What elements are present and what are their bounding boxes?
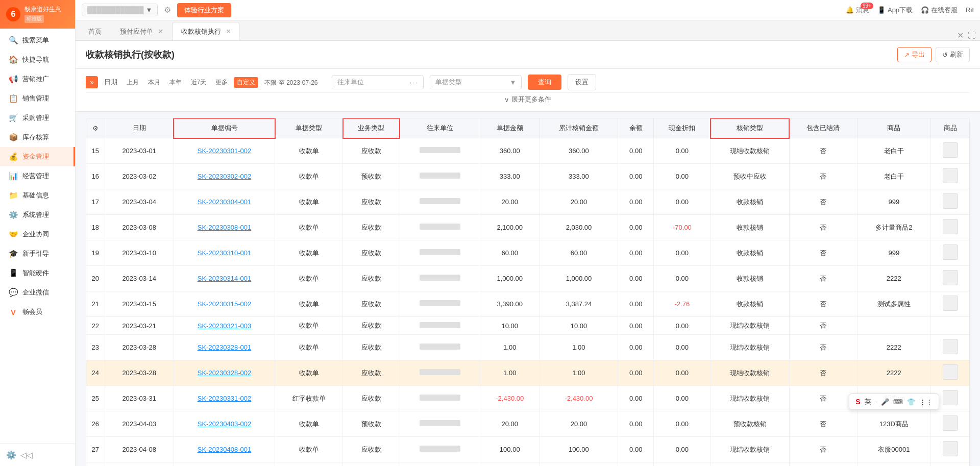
account-selector[interactable]: ████████████ ▼ <box>82 4 158 16</box>
table-row[interactable]: 21 2023-03-15 SK-20230315-002 收款单 应收款 3,… <box>86 291 969 317</box>
table-row[interactable]: 18 2023-03-08 SK-20230308-001 收款单 应收款 2,… <box>86 215 969 240</box>
doc-no-link[interactable]: SK-20230304-001 <box>198 198 252 206</box>
doc-no-link[interactable]: SK-20230301-002 <box>198 147 252 155</box>
date-opt-last-month[interactable]: 上月 <box>124 77 142 88</box>
sidebar-item-sales[interactable]: 📋 销售管理 <box>0 89 75 108</box>
table-row[interactable]: 23 2023-03-28 SK-20230328-001 收款单 应收款 1.… <box>86 335 969 360</box>
tab-prepay[interactable]: 预付应付单 ✕ <box>111 22 172 40</box>
date-opt-this-month[interactable]: 本月 <box>145 77 163 88</box>
table-row[interactable]: 16 2023-03-02 SK-20230302-002 收款单 预收款 33… <box>86 164 969 189</box>
solution-btn[interactable]: 体验行业方案 <box>177 3 231 17</box>
user-menu[interactable]: Rit <box>966 6 974 14</box>
doc-no-link[interactable]: SK-20230331-002 <box>198 395 252 402</box>
doc-no-link[interactable]: SK-20230310-001 <box>198 249 252 257</box>
table-row[interactable]: 28 2023-04-18 SK-20230418-001 收款单 应收款 10… <box>86 462 969 467</box>
doc-no-link[interactable]: SK-20230328-002 <box>198 369 252 377</box>
sidebar-item-basic[interactable]: 📁 基础信息 <box>0 186 75 205</box>
sidebar-item-hardware[interactable]: 📱 智能硬件 <box>0 263 75 283</box>
sidebar-item-guide[interactable]: 🎓 新手引导 <box>0 244 75 263</box>
cell-doc-no[interactable]: SK-20230328-001 <box>174 335 275 360</box>
refresh-button[interactable]: ↺ 刷新 <box>936 47 970 62</box>
table-row[interactable]: 19 2023-03-10 SK-20230310-001 收款单 应收款 60… <box>86 240 969 266</box>
date-opt-this-year[interactable]: 本年 <box>166 77 185 88</box>
collapse-icon[interactable]: ◁◁ <box>20 450 33 460</box>
cell-doc-no[interactable]: SK-20230418-001 <box>174 462 275 467</box>
table-row[interactable]: 20 2023-03-14 SK-20230314-001 收款单 应收款 1,… <box>86 266 969 291</box>
table-row[interactable]: 27 2023-04-08 SK-20230408-001 收款单 应收款 10… <box>86 437 969 462</box>
ime-keyboard-icon[interactable]: ⌨ <box>893 398 903 406</box>
cell-biz-type: 应收款 <box>343 266 400 291</box>
cell-doc-no[interactable]: SK-20230308-001 <box>174 215 275 240</box>
tab-prepay-close[interactable]: ✕ <box>158 28 163 35</box>
cell-doc-no[interactable]: SK-20230328-002 <box>174 360 275 386</box>
settings-button[interactable]: 设置 <box>568 74 596 90</box>
doc-no-link[interactable]: SK-20230403-002 <box>198 420 252 428</box>
sidebar-item-wechat[interactable]: 💬 企业微信 <box>0 283 75 302</box>
partner-filter[interactable]: 往来单位 ··· <box>332 75 424 89</box>
date-opt-more[interactable]: 更多 <box>212 77 231 88</box>
ime-more-icon[interactable]: ⋮⋮ <box>919 398 933 406</box>
tab-receivable-close[interactable]: ✕ <box>226 28 231 35</box>
doc-no-link[interactable]: SK-20230302-002 <box>198 173 252 180</box>
cell-included: 否 <box>789 138 857 164</box>
doc-no-link[interactable]: SK-20230321-003 <box>198 322 252 330</box>
table-row[interactable]: 17 2023-03-04 SK-20230304-001 收款单 应收款 20… <box>86 189 969 215</box>
cell-doc-no[interactable]: SK-20230331-002 <box>174 386 275 411</box>
sidebar-item-inventory[interactable]: 📦 库存核算 <box>0 128 75 147</box>
close-tab-icon[interactable]: ✕ <box>957 31 964 40</box>
col-settings[interactable]: ⚙ <box>86 118 105 138</box>
doc-no-link[interactable]: SK-20230308-001 <box>198 224 252 231</box>
table-row[interactable]: 26 2023-04-03 SK-20230403-002 收款单 预收款 20… <box>86 411 969 437</box>
date-opt-7days[interactable]: 近7天 <box>188 77 210 88</box>
sidebar-item-marketing[interactable]: 📢 营销推广 <box>0 69 75 89</box>
cell-doc-no[interactable]: SK-20230304-001 <box>174 189 275 215</box>
doc-no-link[interactable]: SK-20230314-001 <box>198 275 252 282</box>
query-button[interactable]: 查询 <box>528 75 561 90</box>
sidebar-item-system[interactable]: ⚙️ 系统管理 <box>0 205 75 225</box>
cell-balance: 0.00 <box>618 386 654 411</box>
cell-doc-no[interactable]: SK-20230314-001 <box>174 266 275 291</box>
expand-tab-icon[interactable]: ⛶ <box>968 31 976 40</box>
table-row[interactable]: 24 2023-03-28 SK-20230328-002 收款单 应收款 1.… <box>86 360 969 386</box>
date-opt-custom[interactable]: 自定义 <box>234 77 258 88</box>
ime-mic-icon[interactable]: 🎤 <box>881 398 889 406</box>
sidebar-item-purchase[interactable]: 🛒 采购管理 <box>0 108 75 128</box>
settings-bottom-icon[interactable]: ⚙️ <box>6 450 16 460</box>
online-service-btn[interactable]: 🎧 在线客服 <box>921 6 958 15</box>
cell-doc-no[interactable]: SK-20230301-002 <box>174 138 275 164</box>
filter-toggle-btn[interactable]: » <box>86 76 98 88</box>
cell-doc-no[interactable]: SK-20230403-002 <box>174 411 275 437</box>
table-row[interactable]: 25 2023-03-31 SK-20230331-002 红字收款单 应收款 … <box>86 386 969 411</box>
table-scroll[interactable]: ⚙ 日期 单据编号 单据类型 业务类型 往来单位 单据金额 累计核销金额 余额 … <box>86 118 969 466</box>
export-button[interactable]: ↗ 导出 <box>897 47 932 62</box>
sidebar-label-finance: 资金管理 <box>22 152 49 161</box>
col-product2: 商品 <box>931 118 969 138</box>
doc-type-filter[interactable]: 单据类型 ▼ <box>430 75 522 89</box>
marketing-nav-icon: 📢 <box>8 75 18 84</box>
sidebar-item-finance[interactable]: 💰 资金管理 <box>0 147 75 166</box>
sidebar-item-shortcuts[interactable]: 🏠 快捷导航 <box>0 50 75 69</box>
doc-no-link[interactable]: SK-20230315-002 <box>198 300 252 308</box>
cell-doc-no[interactable]: SK-20230321-003 <box>174 317 275 335</box>
settings-gear-icon[interactable]: ⚙ <box>164 5 171 15</box>
message-btn[interactable]: 🔔 消息 99+ <box>846 6 869 15</box>
sidebar-item-search[interactable]: 🔍 搜索菜单 <box>0 31 75 50</box>
cell-doc-type: 收款单 <box>275 462 343 467</box>
table-row[interactable]: 15 2023-03-01 SK-20230301-002 收款单 应收款 36… <box>86 138 969 164</box>
doc-no-link[interactable]: SK-20230408-001 <box>198 446 252 453</box>
expand-more-btn[interactable]: ∨ 展开更多条件 <box>86 92 970 106</box>
tab-home[interactable]: 首页 <box>80 22 110 40</box>
cell-doc-no[interactable]: SK-20230408-001 <box>174 437 275 462</box>
tab-receivable[interactable]: 收款核销执行 ✕ <box>173 22 239 40</box>
cell-doc-no[interactable]: SK-20230315-002 <box>174 291 275 317</box>
app-download-btn[interactable]: 📱 App下载 <box>877 6 913 15</box>
doc-no-link[interactable]: SK-20230328-001 <box>198 344 252 351</box>
sidebar-item-member[interactable]: V 畅会员 <box>0 302 75 322</box>
ime-shirt-icon[interactable]: 👕 <box>907 398 915 406</box>
col-doc-type: 单据类型 <box>275 118 343 138</box>
cell-doc-no[interactable]: SK-20230302-002 <box>174 164 275 189</box>
sidebar-item-operations[interactable]: 📊 经营管理 <box>0 166 75 186</box>
cell-doc-no[interactable]: SK-20230310-001 <box>174 240 275 266</box>
sidebar-item-enterprise[interactable]: 🤝 企业协同 <box>0 225 75 244</box>
table-row[interactable]: 22 2023-03-21 SK-20230321-003 收款单 应收款 10… <box>86 317 969 335</box>
